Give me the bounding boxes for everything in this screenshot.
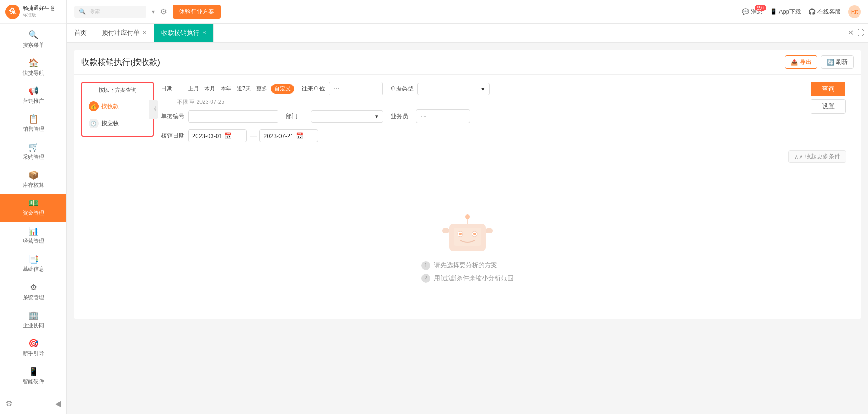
date-more[interactable]: 更多 — [255, 84, 269, 94]
collapse-more-section: ∧∧ 收起更多条件 — [161, 148, 846, 167]
sidebar-item-hardware[interactable]: 📱 智能硬件 — [0, 362, 66, 390]
refresh-button[interactable]: 🔄 刷新 — [821, 55, 854, 69]
tab-prepay[interactable]: 预付冲应付单 ✕ — [94, 24, 154, 42]
svg-point-5 — [473, 233, 476, 235]
topbar: 🔍 搜索 ▾ ⚙ 休验行业方案 💬 消息 99+ 📱 App下载 🎧 在线客服 … — [67, 0, 868, 24]
app-name: 畅捷通好生意 — [23, 5, 55, 12]
export-button[interactable]: 📤 导出 — [785, 55, 817, 69]
date-this-year[interactable]: 本年 — [219, 84, 233, 94]
app-download-label: App下载 — [779, 8, 801, 16]
sidebar-item-search[interactable]: 🔍 搜索菜单 — [0, 25, 66, 53]
online-service-button[interactable]: 🎧 在线客服 — [808, 8, 841, 16]
calendar-end-icon: 📅 — [296, 132, 303, 139]
sidebar-item-operations[interactable]: 📊 经营管理 — [0, 222, 66, 250]
settings-footer-icon[interactable]: ⚙ — [5, 399, 13, 409]
sidebar-item-label: 销售管理 — [23, 125, 44, 133]
collapse-sidebar-icon[interactable]: ◀ — [55, 399, 61, 409]
sidebar-item-sales[interactable]: 📋 销售管理 — [0, 109, 66, 138]
filter-option-by-receivable[interactable]: 🕐 按应收 — [86, 115, 149, 132]
messages-button[interactable]: 💬 消息 99+ — [742, 8, 763, 16]
robot-svg — [440, 210, 495, 256]
sidebar-item-label: 企业协同 — [23, 322, 44, 329]
gear-icon[interactable]: ⚙ — [160, 7, 167, 17]
date-7days[interactable]: 近7天 — [235, 84, 253, 94]
empty-hint-1: 1 请先选择要分析的方案 — [421, 261, 514, 270]
content-card: 按以下方案查询 💰 按收款 🕐 按应收 《 — [74, 75, 861, 319]
sidebar-item-guide[interactable]: 🎯 新手引导 — [0, 334, 66, 362]
sidebar-item-label: 搜索菜单 — [23, 41, 44, 49]
counterpart-input[interactable]: ··· — [329, 82, 383, 95]
app-version: 标准版 — [23, 12, 55, 18]
purchase-icon: 🛒 — [28, 142, 38, 152]
headset-icon: 🎧 — [808, 8, 816, 15]
query-button[interactable]: 查询 — [811, 82, 845, 96]
order-type-label: 单据类型 — [390, 85, 414, 93]
topbar-search[interactable]: 🔍 搜索 — [74, 6, 146, 18]
sidebar-item-marketing[interactable]: 📢 营销推广 — [0, 81, 66, 109]
app-download-button[interactable]: 📱 App下载 — [770, 8, 801, 16]
filter-option-by-collection[interactable]: 💰 按收款 — [86, 98, 149, 115]
search-placeholder: 搜索 — [89, 8, 100, 16]
tab-collection[interactable]: 收款核销执行 ✕ — [154, 24, 214, 42]
verify-date-range: 2023-03-01 📅 — 2023-07-21 📅 — [188, 129, 318, 142]
user-avatar[interactable]: Rit — [848, 5, 861, 18]
page-header-actions: 📤 导出 🔄 刷新 — [785, 55, 854, 69]
tab-home[interactable]: 首页 — [67, 24, 94, 42]
chevron-down-dept-icon: ▾ — [375, 113, 378, 120]
sales-icon: 📋 — [28, 114, 38, 124]
export-icon: 📤 — [791, 59, 798, 66]
sidebar-item-finance[interactable]: 💵 资金管理 — [0, 194, 66, 222]
calendar-start-icon: 📅 — [224, 132, 232, 139]
sidebar-item-system[interactable]: ⚙ 系统管理 — [0, 278, 66, 306]
tab-prepay-close-icon[interactable]: ✕ — [142, 30, 146, 36]
date-label: 日期 — [161, 85, 183, 93]
date-last-month[interactable]: 上月 — [186, 84, 201, 94]
sidebar-item-wechat[interactable]: 💬 企业微信 — [0, 390, 66, 393]
counterpart-field: 往来单位 ··· — [302, 82, 383, 95]
sidebar-item-basic-info[interactable]: 📑 基础信息 — [0, 250, 66, 278]
dept-select[interactable]: ▾ — [311, 110, 383, 123]
collapse-more-button[interactable]: ∧∧ 收起更多条件 — [788, 150, 846, 163]
staff-field: 业务员 ··· — [391, 109, 470, 123]
finance-icon: 💵 — [28, 198, 38, 208]
filter-row-2: 单据编号 部门 ▾ — [161, 109, 803, 123]
tabs-bar: 首页 预付冲应付单 ✕ 收款核销执行 ✕ ✕ ⛶ — [67, 24, 868, 43]
filter-row-3: 核销日期 2023-03-01 📅 — 2023-07-21 — [161, 129, 803, 142]
sidebar-item-quicknav[interactable]: 🏠 快捷导航 — [0, 53, 66, 81]
sidebar-item-purchase[interactable]: 🛒 采购管理 — [0, 138, 66, 166]
sidebar: 兔 畅捷通好生意 标准版 🔍 搜索菜单 🏠 快捷导航 📢 营销推广 📋 销售管理… — [0, 0, 67, 414]
order-no-label: 单据编号 — [161, 112, 184, 120]
page-header: 收款核销执行(按收款) 📤 导出 🔄 刷新 — [74, 50, 861, 75]
chevron-down-icon[interactable]: ▾ — [152, 9, 155, 15]
setting-button[interactable]: 设置 — [811, 99, 846, 114]
hint-text-1: 请先选择要分析的方案 — [434, 262, 497, 270]
tab-collection-close-icon[interactable]: ✕ — [202, 30, 206, 36]
refresh-icon: 🔄 — [827, 59, 834, 66]
close-tab-icon[interactable]: ✕ — [848, 29, 854, 37]
sidebar-item-inventory[interactable]: 📦 库存核算 — [0, 166, 66, 194]
hint-num-2: 2 — [421, 274, 430, 283]
search-icon: 🔍 — [28, 30, 38, 40]
svg-rect-9 — [486, 228, 493, 233]
tab-collection-label: 收款核销执行 — [161, 29, 199, 37]
page-title: 收款核销执行(按收款) — [81, 57, 160, 67]
verify-date-start-input[interactable]: 2023-03-01 📅 — [188, 129, 247, 142]
date-custom[interactable]: 自定义 — [271, 84, 294, 94]
tabs-actions: ✕ ⛶ — [844, 24, 868, 42]
industry-solution-button[interactable]: 休验行业方案 — [173, 5, 221, 19]
date-this-month[interactable]: 本月 — [203, 84, 217, 94]
empty-hints: 1 请先选择要分析的方案 2 用[过滤]条件来缩小分析范围 — [421, 261, 514, 283]
sidebar-item-label: 快捷导航 — [23, 69, 44, 77]
sidebar-item-label: 营销推广 — [23, 97, 44, 105]
staff-input[interactable]: ··· — [416, 109, 470, 123]
inventory-icon: 📦 — [28, 170, 38, 180]
empty-state: 1 请先选择要分析的方案 2 用[过滤]条件来缩小分析范围 — [74, 174, 861, 319]
order-type-select[interactable]: ▾ — [417, 83, 490, 95]
sidebar-item-enterprise[interactable]: 🏢 企业协同 — [0, 306, 66, 334]
filter-option-label: 按收款 — [101, 102, 119, 110]
verify-date-end-input[interactable]: 2023-07-21 📅 — [259, 129, 318, 142]
order-no-input[interactable] — [188, 110, 278, 123]
logo-icon: 兔 — [5, 5, 20, 19]
expand-tab-icon[interactable]: ⛶ — [857, 29, 864, 37]
filter-sidebar-collapse-button[interactable]: 《 — [149, 100, 158, 119]
